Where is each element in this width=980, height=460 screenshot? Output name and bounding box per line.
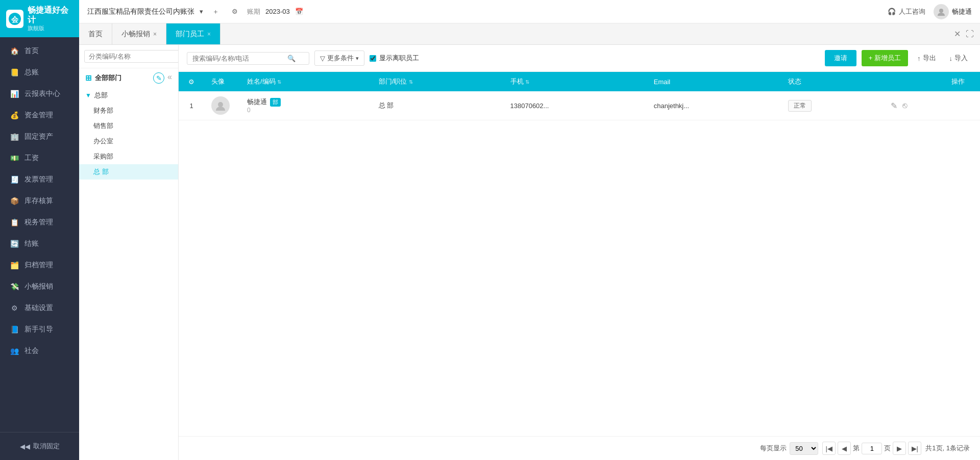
employee-table-container: ⚙ 头像 姓名/编码 ⇅ 部门/职位 ⇅ 手机 ⇅ Email 状态 操作 1 — [179, 72, 980, 436]
export-btn[interactable]: ↑ 导出 — [913, 51, 940, 65]
tab-home[interactable]: 首页 — [79, 23, 112, 44]
sidebar-item-settings[interactable]: ⚙ 基础设置 — [0, 297, 79, 319]
tab-employees[interactable]: 部门员工 × — [166, 23, 220, 44]
filter-btn[interactable]: ▽ 更多条件 ▾ — [314, 50, 364, 66]
page-size-select[interactable]: 每页显示 50 100 200 — [760, 442, 818, 455]
import-icon: ↓ — [949, 55, 953, 62]
invoice-icon: 🧾 — [9, 174, 19, 185]
row-avatar — [204, 91, 240, 120]
dept-node-sales[interactable]: 销售部 — [79, 118, 178, 134]
edit-employee-btn[interactable]: ✎ — [891, 101, 897, 111]
per-page-dropdown[interactable]: 50 100 200 — [790, 442, 818, 455]
sidebar-item-checkout[interactable]: 🔄 结账 — [0, 233, 79, 254]
support-label: 人工咨询 — [899, 7, 925, 16]
col-phone[interactable]: 手机 ⇅ — [503, 72, 647, 91]
user-name: 畅捷通 — [952, 7, 972, 16]
col-gear[interactable]: ⚙ — [179, 72, 204, 91]
dept-general-label: 总 部 — [93, 167, 109, 176]
expand-icon[interactable]: ⛶ — [966, 30, 974, 39]
edit-icon: ✎ — [156, 74, 162, 82]
col-avatar: 头像 — [204, 72, 240, 91]
page-number-input[interactable] — [862, 443, 882, 454]
last-page-btn[interactable]: ▶| — [908, 442, 921, 455]
dept-search-input[interactable] — [84, 50, 179, 63]
name-sort-icon: ⇅ — [277, 79, 281, 85]
dept-node-root[interactable]: ▼ 总部 — [79, 88, 178, 103]
dept-sales-label: 销售部 — [93, 121, 113, 131]
sidebar-item-inventory[interactable]: 📦 库存核算 — [0, 190, 79, 212]
row-dept: 总 部 — [372, 91, 503, 120]
col-name[interactable]: 姓名/编码 ⇅ — [240, 72, 372, 91]
show-resigned-checkbox[interactable] — [370, 55, 376, 62]
home-icon: 🏠 — [9, 46, 19, 56]
employee-name: 畅捷通 — [247, 97, 267, 107]
sidebar-item-more[interactable]: 👥 社会 — [0, 340, 79, 362]
tab-expense-close[interactable]: × — [153, 31, 157, 38]
settings-gear-btn[interactable]: ⚙ — [228, 5, 242, 19]
avatar — [211, 96, 230, 115]
col-status: 状态 — [781, 72, 883, 91]
add-tab-btn[interactable]: ＋ — [208, 5, 223, 19]
tab-expense[interactable]: 小畅报销 × — [112, 23, 166, 44]
sidebar-item-label: 云报表中心 — [24, 89, 60, 98]
dept-node-purchase[interactable]: 采购部 — [79, 149, 178, 164]
main-area: 江西服宝精品有限责任公司内账张 ▾ ＋ ⚙ 账期 2023-03 📅 🎧 人工咨… — [79, 0, 980, 460]
employee-search-field[interactable]: 🔍 — [187, 52, 309, 65]
sidebar-item-ledger[interactable]: 📒 总账 — [0, 62, 79, 83]
sidebar-bottom: ◀◀ 取消固定 — [0, 432, 79, 460]
dept-edit-btn[interactable]: ✎ — [153, 72, 164, 84]
dept-collapse-btn[interactable]: « — [167, 72, 172, 84]
import-btn[interactable]: ↓ 导入 — [945, 51, 972, 65]
sidebar: 会 畅捷通好会计 旗舰版 🏠 首页 📒 总账 📊 云报表中心 💰 资金管理 🏢 … — [0, 0, 79, 460]
invite-btn[interactable]: 邀请 — [825, 50, 856, 66]
row-index: 1 — [179, 91, 204, 120]
sidebar-item-reports[interactable]: 📊 云报表中心 — [0, 83, 79, 105]
col-actions: 操作 — [884, 72, 980, 91]
dept-node-general[interactable]: 总 部 — [79, 164, 178, 180]
settings-icon: ⚙ — [9, 303, 19, 313]
next-page-btn[interactable]: ▶ — [893, 442, 906, 455]
sidebar-item-archive[interactable]: 🗂️ 归档管理 — [0, 254, 79, 276]
tab-employees-close[interactable]: × — [207, 31, 211, 38]
employee-search-icon[interactable]: 🔍 — [287, 55, 296, 62]
close-window-icon[interactable]: ✕ — [954, 29, 961, 39]
sidebar-item-label: 资金管理 — [24, 111, 53, 120]
expand-collapse-icon: ▼ — [85, 92, 91, 99]
employee-search-input[interactable] — [192, 55, 284, 62]
sidebar-logo: 会 畅捷通好会计 旗舰版 — [0, 0, 79, 37]
calendar-icon[interactable]: 📅 — [295, 8, 303, 15]
show-resigned-checkbox-label[interactable]: 显示离职员工 — [370, 54, 419, 63]
archive-icon: 🗂️ — [9, 260, 19, 270]
sidebar-item-salary[interactable]: 💵 工资 — [0, 147, 79, 169]
sidebar-item-expense[interactable]: 💸 小畅报销 — [0, 276, 79, 297]
import-label: 导入 — [954, 54, 968, 63]
gear-icon: ⚙ — [232, 8, 238, 15]
pagination-bar: 每页显示 50 100 200 |◀ ◀ 第 页 ▶ ▶| 共1页, 1 — [179, 436, 980, 460]
toolbar-right: 邀请 + 新增员工 ↑ 导出 ↓ 导入 — [825, 50, 972, 66]
company-dropdown-btn[interactable]: ▾ — [200, 8, 203, 15]
col-dept[interactable]: 部门/职位 ⇅ — [372, 72, 503, 91]
sidebar-item-assets_mgmt[interactable]: 💰 资金管理 — [0, 105, 79, 126]
sidebar-item-invoice[interactable]: 🧾 发票管理 — [0, 169, 79, 190]
tax-icon: 📋 — [9, 217, 19, 227]
dept-node-office[interactable]: 办公室 — [79, 134, 178, 149]
reports-icon: 📊 — [9, 89, 19, 99]
dept-finance-label: 财务部 — [93, 106, 113, 115]
sidebar-item-guide[interactable]: 📘 新手引导 — [0, 319, 79, 340]
tab-expense-label: 小畅报销 — [121, 30, 150, 39]
cancel-fixed-btn[interactable]: ◀◀ 取消固定 — [0, 438, 79, 455]
table-row: 1 畅捷通 部 0 总 部 138070602... chanjethkj... — [179, 91, 980, 120]
user-info[interactable]: 畅捷通 — [934, 4, 972, 19]
support-btn[interactable]: 🎧 人工咨询 — [888, 7, 925, 16]
sidebar-item-fixed_assets[interactable]: 🏢 固定资产 — [0, 126, 79, 147]
right-panel: 🔍 ▽ 更多条件 ▾ 显示离职员工 邀请 + 新增员工 ↑ 导出 — [179, 45, 980, 460]
dept-node-finance[interactable]: 财务部 — [79, 103, 178, 118]
sidebar-item-tax[interactable]: 📋 税务管理 — [0, 212, 79, 233]
checkout-icon: 🔄 — [9, 239, 19, 249]
prev-page-btn[interactable]: ◀ — [838, 442, 851, 455]
sidebar-item-home[interactable]: 🏠 首页 — [0, 40, 79, 62]
row-phone: 138070602... — [503, 91, 647, 120]
first-page-btn[interactable]: |◀ — [822, 442, 836, 455]
logout-employee-btn[interactable]: ⎋ — [902, 101, 908, 110]
add-employee-btn[interactable]: + 新增员工 — [862, 50, 908, 66]
